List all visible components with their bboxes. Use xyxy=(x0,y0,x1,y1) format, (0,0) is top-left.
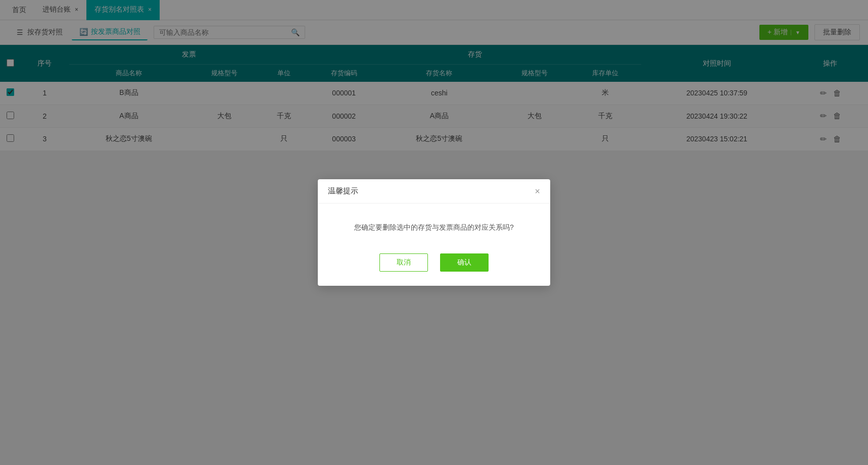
modal-overlay: 温馨提示 × 您确定要删除选中的存货与发票商品的对应关系吗? 取消 确认 xyxy=(0,0,868,151)
